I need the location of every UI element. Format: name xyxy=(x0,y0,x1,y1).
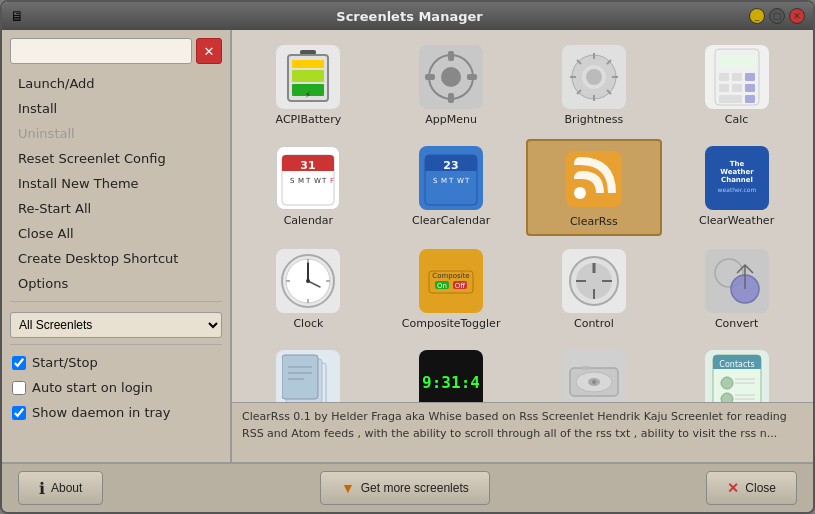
svg-text:T: T xyxy=(305,177,311,185)
bottom-bar: ℹ About ▼ Get more screenlets ✕ Close xyxy=(2,462,813,512)
menu-item-shortcut[interactable]: Create Desktop Shortcut xyxy=(10,247,222,270)
screenlet-diskusage[interactable]: Diskusage xyxy=(526,343,663,402)
svg-point-102 xyxy=(721,393,733,402)
copystack-icon xyxy=(276,350,340,402)
svg-rect-3 xyxy=(292,70,324,82)
close-button[interactable]: ✕ Close xyxy=(706,471,797,505)
divider-1 xyxy=(10,301,222,302)
svg-rect-24 xyxy=(719,55,755,67)
auto-start-label: Auto start on login xyxy=(32,380,153,395)
svg-rect-26 xyxy=(732,73,742,81)
compositetoggler-icon: Composite On Off xyxy=(419,249,483,313)
screenlet-clearcalendar[interactable]: 23 S M T W T ClearCalendar xyxy=(383,139,520,236)
start-stop-checkbox-row[interactable]: Start/Stop xyxy=(10,351,222,374)
auto-start-checkbox-row[interactable]: Auto start on login xyxy=(10,376,222,399)
screenlet-compositetoggler[interactable]: Composite On Off CompositeToggler xyxy=(383,242,520,337)
show-daemon-checkbox-row[interactable]: Show daemon in tray xyxy=(10,401,222,424)
calc-label: Calc xyxy=(725,113,749,126)
control-label: Control xyxy=(574,317,614,330)
clock-label: Clock xyxy=(293,317,323,330)
screenlet-clearrss[interactable]: ClearRss xyxy=(526,139,663,236)
main-window: 🖥 Screenlets Manager _ □ ✕ ✕ Launch/Add … xyxy=(0,0,815,514)
svg-point-63 xyxy=(306,279,310,283)
screenlet-copystack[interactable]: CopyStack xyxy=(240,343,377,402)
svg-text:Weather: Weather xyxy=(720,168,754,176)
menu-item-install[interactable]: Install xyxy=(10,97,222,120)
svg-rect-25 xyxy=(719,73,729,81)
svg-text:T: T xyxy=(448,177,454,185)
screenlet-brightness[interactable]: Brightness xyxy=(526,38,663,133)
svg-rect-8 xyxy=(448,51,454,61)
titlebar-left: 🖥 xyxy=(10,8,70,24)
screenlet-appmenu[interactable]: AppMenu xyxy=(383,38,520,133)
svg-rect-28 xyxy=(719,84,729,92)
svg-rect-10 xyxy=(425,74,435,80)
convert-icon xyxy=(705,249,769,313)
screenlet-clock[interactable]: Clock xyxy=(240,242,377,337)
calendar-icon: 31 S M T W T F xyxy=(276,146,340,210)
clearrss-icon xyxy=(562,147,626,211)
about-label: About xyxy=(51,481,82,495)
show-daemon-label: Show daemon in tray xyxy=(32,405,171,420)
clearrss-label: ClearRss xyxy=(570,215,618,228)
svg-rect-30 xyxy=(745,84,755,92)
svg-text:19:31:46: 19:31:46 xyxy=(423,373,479,392)
maximize-button[interactable]: □ xyxy=(769,8,785,24)
svg-rect-27 xyxy=(745,73,755,81)
window-title: Screenlets Manager xyxy=(70,9,749,24)
svg-text:W: W xyxy=(457,177,464,185)
menu-item-restart[interactable]: Re-Start All xyxy=(10,197,222,220)
show-daemon-checkbox[interactable] xyxy=(12,406,26,420)
evolutioncontacts-icon: Contacts xyxy=(705,350,769,402)
svg-text:Channel: Channel xyxy=(721,176,753,184)
svg-text:S: S xyxy=(433,177,438,185)
screenlet-acpibattery[interactable]: ⚡ ACPIBattery xyxy=(240,38,377,133)
menu-item-install-theme[interactable]: Install New Theme xyxy=(10,172,222,195)
screenlet-convert[interactable]: Convert xyxy=(668,242,805,337)
start-stop-checkbox[interactable] xyxy=(12,356,26,370)
screenlet-control[interactable]: Control xyxy=(526,242,663,337)
screenlet-digiclock[interactable]: 19:31:46 DigiClock xyxy=(383,343,520,402)
svg-rect-32 xyxy=(745,95,755,103)
divider-2 xyxy=(10,344,222,345)
svg-text:T: T xyxy=(321,177,327,185)
screenlet-calc[interactable]: Calc xyxy=(668,38,805,133)
screenlet-clearweather[interactable]: The Weather Channel weather.com ClearWea… xyxy=(668,139,805,236)
about-button[interactable]: ℹ About xyxy=(18,471,103,505)
clearcalendar-icon: 23 S M T W T xyxy=(419,146,483,210)
svg-point-53 xyxy=(574,187,586,199)
clearweather-label: ClearWeather xyxy=(699,214,774,227)
search-clear-button[interactable]: ✕ xyxy=(196,38,222,64)
svg-rect-9 xyxy=(448,93,454,103)
auto-start-checkbox[interactable] xyxy=(12,381,26,395)
get-more-button[interactable]: ▼ Get more screenlets xyxy=(320,471,490,505)
info-icon: ℹ xyxy=(39,479,45,498)
close-x-icon: ✕ xyxy=(727,480,739,496)
filter-dropdown[interactable]: All Screenlets xyxy=(10,312,222,338)
svg-rect-29 xyxy=(732,84,742,92)
digiclock-icon: 19:31:46 xyxy=(419,350,483,402)
search-input[interactable] xyxy=(10,38,192,64)
svg-text:weather.com: weather.com xyxy=(717,186,756,193)
description-text: ClearRss 0.1 by Helder Fraga aka Whise b… xyxy=(242,410,787,440)
window-close-button[interactable]: ✕ xyxy=(789,8,805,24)
svg-point-14 xyxy=(586,69,602,85)
menu-item-reset[interactable]: Reset Screenlet Config xyxy=(10,147,222,170)
clearcalendar-label: ClearCalendar xyxy=(412,214,490,227)
minimize-button[interactable]: _ xyxy=(749,8,765,24)
screenlet-evolutioncontacts[interactable]: Contacts EvolutionContacts xyxy=(668,343,805,402)
titlebar: 🖥 Screenlets Manager _ □ ✕ xyxy=(2,2,813,30)
svg-text:S: S xyxy=(290,177,295,185)
svg-text:Contacts: Contacts xyxy=(719,360,754,369)
menu-item-uninstall[interactable]: Uninstall xyxy=(10,122,222,145)
menu-item-close-all[interactable]: Close All xyxy=(10,222,222,245)
svg-rect-94 xyxy=(582,366,590,370)
svg-text:T: T xyxy=(464,177,470,185)
menu-item-launch[interactable]: Launch/Add xyxy=(10,72,222,95)
screenlet-calendar[interactable]: 31 S M T W T F Calendar xyxy=(240,139,377,236)
calc-icon xyxy=(705,45,769,109)
svg-point-99 xyxy=(721,377,733,389)
svg-text:The: The xyxy=(729,160,744,168)
menu-item-options[interactable]: Options xyxy=(10,272,222,295)
right-panel: ⚡ ACPIBattery xyxy=(232,30,813,462)
